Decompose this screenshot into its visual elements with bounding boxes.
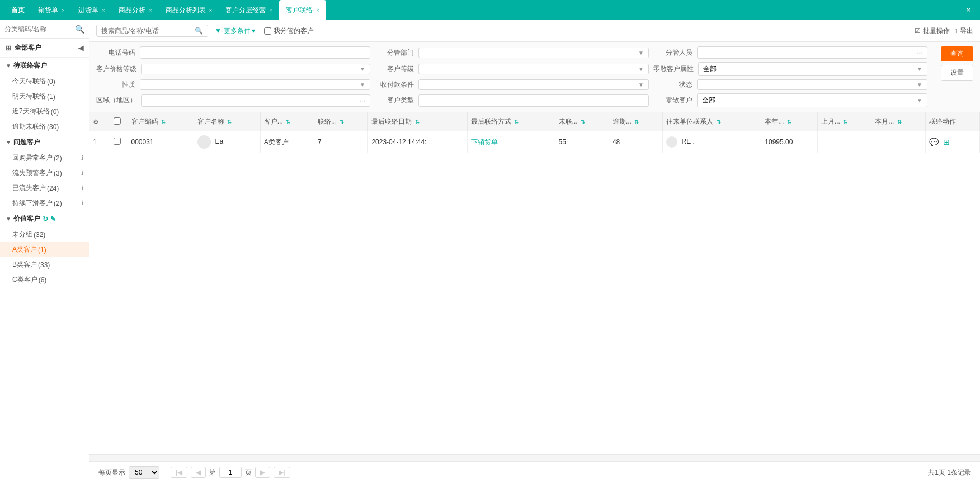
sidebar-item-churned[interactable]: 已流失客户 (24) ℹ [0,181,89,196]
qr-icon[interactable]: ⊞ [943,138,950,146]
sort-icon-type[interactable]: ⇅ [286,119,290,125]
group-pending-contact[interactable]: ▼ 待联络客户 [0,58,89,74]
export-icon: ↑ [954,27,958,35]
sidebar-item-class-a[interactable]: A类客户 (1) [0,242,89,257]
dots-region[interactable]: ··· [360,97,365,105]
select-all-checkbox[interactable] [114,117,121,125]
page-size-select[interactable]: 50 100 200 [129,466,159,479]
export-button[interactable]: ↑ 导出 [954,26,973,36]
close-tab-contact[interactable]: × [316,7,319,13]
col-settings[interactable]: ⚙ [89,112,110,131]
sidebar-item-7days[interactable]: 近7天待联络 (0) [0,104,89,119]
cell-date: 2023-04-12 14:44: [368,131,467,153]
select-payment[interactable]: ▼ [418,79,649,90]
select-customer-level[interactable]: ▼ [418,64,649,74]
col-checkbox[interactable] [110,112,128,131]
my-customer-checkbox[interactable]: 我分管的客户 [264,26,314,36]
sidebar-item-churn-warning[interactable]: 流失预警客户 (3) ℹ [0,165,89,181]
cell-checkbox[interactable] [110,131,128,153]
search-icon[interactable]: 🔍 [195,27,203,35]
info-icon-1[interactable]: ℹ [81,154,83,162]
close-tab-segment[interactable]: × [269,7,272,13]
sort-icon-year[interactable]: ⇅ [787,119,791,125]
select-manager[interactable]: ··· [697,46,927,59]
field-status: 状态 ▼ [653,79,927,90]
tab-sales-order[interactable]: 销货单 × [31,0,72,20]
sidebar-item-ungrouped[interactable]: 未分组 (32) [0,227,89,242]
sort-icon-od[interactable]: ⇅ [634,119,639,125]
sidebar-all-customers[interactable]: ⊞ 全部客户 ◀ [0,39,89,58]
sidebar-item-overdue[interactable]: 逾期未联络 (30) [0,119,89,134]
group-value-customers[interactable]: ▼ 价值客户 ↻ ✎ [0,211,89,227]
select-nature[interactable]: ▼ [140,79,370,90]
select-dept[interactable]: ▼ [418,48,649,58]
sort-icon-nc[interactable]: ⇅ [581,119,585,125]
select-region[interactable]: ··· [141,94,370,107]
sidebar-item-class-c[interactable]: C类客户 (6) [0,272,89,287]
close-tab-purchase[interactable]: × [102,7,105,13]
tab-customer-segment[interactable]: 客户分层经营 × [219,0,279,20]
customer-table-container: ⚙ 客户编码 ⇅ 客户名称 ⇅ 客户... ⇅ [89,112,980,454]
batch-op-button[interactable]: ☑ 批量操作 [915,26,950,36]
category-search-icon[interactable]: 🔍 [75,25,84,34]
sort-icon-person[interactable]: ⇅ [717,119,721,125]
input-phone[interactable] [140,46,370,59]
prev-page-button[interactable]: ◀ [191,467,206,478]
tab-home[interactable]: 首页 [4,0,31,20]
filter-row-2: 客户价格等级 ▼ 客户等级 ▼ [96,62,927,76]
sort-icon-date[interactable]: ⇅ [415,119,420,125]
field-manager: 分管人员 ··· [653,46,927,59]
edit-icon[interactable]: ✎ [50,215,56,223]
last-page-button[interactable]: ▶| [274,467,290,478]
sort-icon-lm[interactable]: ⇅ [843,119,847,125]
sidebar-item-repurchase-abnormal[interactable]: 回购异常客户 (2) ℹ [0,150,89,165]
input-customer-type[interactable] [418,94,649,107]
sort-icon-tm[interactable]: ⇅ [897,119,902,125]
info-icon-4[interactable]: ℹ [81,200,83,207]
tab-product-list[interactable]: 商品分析列表 × [159,0,219,20]
sort-icon-name[interactable]: ⇅ [227,119,232,125]
select-status[interactable]: ▼ [697,79,927,90]
horizontal-scrollbar[interactable] [89,454,980,461]
row-checkbox[interactable] [114,138,121,145]
tab-product-analysis[interactable]: 商品分析 × [112,0,159,20]
method-link[interactable]: 下销货单 [471,138,498,146]
dots-manager[interactable]: ··· [917,49,922,56]
close-all-button[interactable]: × [962,5,976,15]
col-last-contact-method: 最后联络方式 ⇅ [467,112,555,131]
first-page-button[interactable]: |◀ [171,467,187,478]
search-input[interactable] [101,27,195,35]
chat-icon[interactable]: 💬 [929,138,939,146]
sort-icon-code[interactable]: ⇅ [161,119,166,125]
cell-type: A类客户 [260,131,314,153]
query-button[interactable]: 查询 [941,46,973,61]
next-page-button[interactable]: ▶ [255,467,270,478]
sidebar-item-tomorrow[interactable]: 明天待联络 (1) [0,89,89,104]
select-price-level[interactable]: ▼ [141,64,370,74]
tab-customer-contact[interactable]: 客户联络 × [279,0,326,20]
table-row: 1 000031 Ea A类客户 7 2023-04-12 14:44: 下销货… [89,131,980,153]
more-filter-button[interactable]: ▼ 更多条件 ▾ [215,26,255,36]
page-input[interactable] [219,467,242,478]
close-tab-analysis[interactable]: × [149,7,152,13]
sidebar-item-declining[interactable]: 持续下滑客户 (2) ℹ [0,196,89,211]
close-tab-list[interactable]: × [209,7,213,13]
sidebar-item-class-b[interactable]: B类客户 (33) [0,257,89,272]
select-retail-attr[interactable]: 全部 ▼ [698,62,927,76]
settings-button[interactable]: 设置 [941,65,973,81]
info-icon-2[interactable]: ℹ [81,169,83,177]
close-tab-sales[interactable]: × [62,7,65,13]
my-customer-check[interactable] [264,27,271,35]
sidebar-collapse-icon[interactable]: ◀ [78,44,83,52]
refresh-icon[interactable]: ↻ [43,215,48,223]
tab-purchase-order[interactable]: 进货单 × [72,0,112,20]
sort-icon-contact[interactable]: ⇅ [340,119,344,125]
sidebar-item-today[interactable]: 今天待联络 (0) [0,74,89,89]
select-retail-customer[interactable]: 全部 ▼ [697,93,927,107]
sort-icon-method[interactable]: ⇅ [514,119,519,125]
filter-icon: ▼ [215,27,222,35]
col-this-year: 本年... ⇅ [761,112,818,131]
group-problem-customers[interactable]: ▼ 问题客户 [0,134,89,150]
info-icon-3[interactable]: ℹ [81,184,83,192]
category-search-input[interactable] [4,25,75,33]
